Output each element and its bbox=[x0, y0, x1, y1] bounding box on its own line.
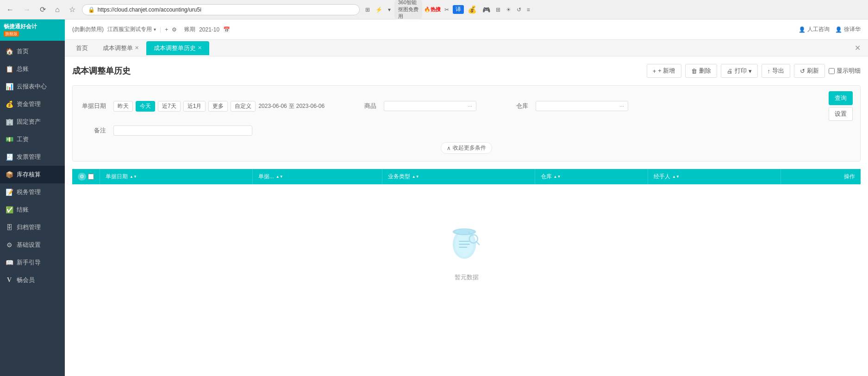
th-action-label: 操作 bbox=[844, 173, 855, 180]
payroll-icon: 💵 bbox=[6, 136, 13, 143]
sidebar-item-guide[interactable]: 📖 新手引导 bbox=[0, 254, 65, 271]
settings-company-icon[interactable]: ⚙ bbox=[172, 26, 177, 33]
add-company-icon[interactable]: + bbox=[165, 26, 168, 33]
filter-row-1: 单据日期 昨天 今天 近7天 近1月 更多 自定义 2023-06-06 至 2… bbox=[80, 91, 853, 121]
sort-arrows-biz: ▲▼ bbox=[412, 175, 419, 179]
logo-text: 畅捷通好会计 bbox=[4, 23, 37, 30]
collapse-button[interactable]: ∧ 收起更多条件 bbox=[441, 142, 492, 154]
menu-button[interactable]: ≡ bbox=[525, 6, 532, 14]
sidebar-item-label: 首页 bbox=[17, 47, 29, 56]
wallet-button[interactable]: 💰 bbox=[466, 4, 479, 15]
browser-chrome: ← → ⟳ ⌂ ☆ 🔒 https://cloud.chanjet.com/ac… bbox=[0, 0, 868, 19]
tab-home[interactable]: 首页 bbox=[69, 41, 95, 55]
th-warehouse-label: 仓库 bbox=[541, 173, 552, 181]
warehouse-filter-label: 仓库 bbox=[502, 102, 528, 110]
print-button[interactable]: 🖨 打印 ▾ bbox=[721, 64, 758, 78]
sidebar-nav: 🏠 首页 📋 总账 📊 云报表中心 💰 资金管理 🏢 固定资产 💵 工资 bbox=[0, 41, 65, 376]
logo-badge: 旗舰版 bbox=[4, 31, 19, 37]
address-bar[interactable]: 🔒 https://cloud.chanjet.com/accounting/u… bbox=[82, 4, 360, 15]
th-warehouse[interactable]: 仓库 ▲▼ bbox=[535, 169, 648, 184]
browser-tools: ⊞ ⚡ ▾ 360智能抠图免费用 🔥热搜 ✂ 译 💰 🎮 ⊞ ☀ ↺ ≡ bbox=[363, 0, 532, 21]
delete-button[interactable]: 🗑 删除 bbox=[685, 64, 717, 78]
calendar-icon[interactable]: 📅 bbox=[223, 26, 230, 33]
date-separator: 至 bbox=[289, 102, 294, 110]
th-biz-type[interactable]: 业务类型 ▲▼ bbox=[382, 169, 535, 184]
tab-cost-history[interactable]: 成本调整单历史 ✕ bbox=[146, 41, 209, 55]
undo-button[interactable]: ↺ bbox=[515, 6, 523, 14]
today-btn[interactable]: 今天 bbox=[136, 101, 155, 112]
user-icon: 👤 bbox=[835, 26, 842, 33]
period-info: 账期 2021-10 📅 bbox=[184, 25, 230, 33]
query-button[interactable]: 查询 bbox=[829, 91, 853, 105]
tab-cost-adjust-label: 成本调整单 bbox=[103, 44, 133, 52]
export-button[interactable]: ↑ 导出 bbox=[762, 64, 791, 78]
grid-button[interactable]: ⊞ bbox=[494, 6, 502, 14]
sidebar-item-archive[interactable]: 🗄 归档管理 bbox=[0, 219, 65, 236]
table-settings-icon[interactable]: ⚙ bbox=[78, 173, 86, 181]
extensions-button[interactable]: ⊞ bbox=[363, 6, 372, 14]
sidebar-item-inventory[interactable]: 📦 库存核算 bbox=[0, 166, 65, 183]
home-button[interactable]: ⌂ bbox=[52, 5, 62, 15]
sidebar-item-assets[interactable]: 🏢 固定资产 bbox=[0, 113, 65, 131]
th-date[interactable]: 单据日期 ▲▼ bbox=[100, 169, 253, 184]
back-button[interactable]: ← bbox=[4, 5, 17, 15]
warehouse-select[interactable]: ··· bbox=[536, 101, 628, 111]
filter-settings-button[interactable]: 设置 bbox=[829, 107, 853, 121]
custom-btn[interactable]: 自定义 bbox=[231, 101, 256, 112]
tab-cost-adjust[interactable]: 成本调整单 ✕ bbox=[95, 41, 146, 55]
sidebar-item-ledger[interactable]: 📋 总账 bbox=[0, 60, 65, 78]
yesterday-btn[interactable]: 昨天 bbox=[113, 101, 133, 112]
tab-history-close-icon[interactable]: ✕ bbox=[198, 45, 202, 51]
new-button[interactable]: + + 新增 bbox=[647, 64, 681, 78]
user-service[interactable]: 👤 人工咨询 bbox=[799, 25, 830, 33]
more-date-btn[interactable]: 更多 bbox=[208, 101, 228, 112]
show-detail-checkbox[interactable]: 显示明细 bbox=[829, 67, 861, 75]
bookmark-button[interactable]: ☆ bbox=[66, 4, 78, 15]
svg-text:✦: ✦ bbox=[468, 231, 470, 235]
goods-select[interactable]: ··· bbox=[384, 101, 476, 111]
select-all-checkbox[interactable] bbox=[88, 174, 94, 180]
month-btn[interactable]: 近1月 bbox=[183, 101, 206, 112]
sidebar-item-home[interactable]: 🏠 首页 bbox=[0, 43, 65, 60]
th-settings[interactable]: ⚙ bbox=[72, 169, 100, 184]
data-table: ⚙ 单据日期 ▲▼ 单据... bbox=[72, 169, 861, 184]
forward-button[interactable]: → bbox=[20, 5, 33, 15]
sidebar-item-invoice[interactable]: 🧾 发票管理 bbox=[0, 148, 65, 166]
sidebar-item-label: 发票管理 bbox=[17, 153, 41, 161]
th-handler[interactable]: 经手人 ▲▼ bbox=[648, 169, 781, 184]
export-icon: ↑ bbox=[768, 68, 771, 75]
dropdown-button[interactable]: ▾ bbox=[386, 6, 393, 14]
goods-more-btn[interactable]: ··· bbox=[468, 103, 472, 109]
remark-input[interactable] bbox=[113, 125, 252, 136]
game-button[interactable]: 🎮 bbox=[481, 5, 492, 14]
sidebar-item-label: 固定资产 bbox=[17, 118, 41, 126]
export-label: 导出 bbox=[772, 67, 784, 75]
sidebar-item-report[interactable]: 📊 云报表中心 bbox=[0, 78, 65, 95]
show-detail-input[interactable] bbox=[829, 68, 835, 74]
refresh-button[interactable]: ↺ 刷新 bbox=[794, 64, 825, 78]
th-doc[interactable]: 单据... ▲▼ bbox=[252, 169, 382, 184]
scissors-button[interactable]: ✂ bbox=[443, 6, 451, 14]
user-account[interactable]: 👤 徐译华 bbox=[835, 25, 861, 33]
sidebar-item-settings[interactable]: ⚙ 基础设置 bbox=[0, 236, 65, 254]
sidebar-item-label: 畅会员 bbox=[17, 276, 35, 284]
collapse-row: ∧ 收起更多条件 bbox=[80, 140, 853, 156]
new-label: + 新增 bbox=[658, 67, 675, 75]
sidebar-item-tax[interactable]: 📝 税务管理 bbox=[0, 183, 65, 201]
company-selector[interactable]: (勿删勿禁用) 江西服宝测试专用 ▾ | + ⚙ bbox=[72, 25, 177, 33]
filter-row-2: 备注 bbox=[80, 125, 853, 136]
brightness-button[interactable]: ☀ bbox=[504, 6, 513, 14]
week-btn[interactable]: 近7天 bbox=[158, 101, 181, 112]
tab-close-icon[interactable]: ✕ bbox=[135, 45, 139, 51]
assets-icon: 🏢 bbox=[6, 118, 13, 125]
sidebar-item-payroll[interactable]: 💵 工资 bbox=[0, 131, 65, 148]
sidebar-item-fund[interactable]: 💰 资金管理 bbox=[0, 95, 65, 113]
sidebar-item-vip[interactable]: V 畅会员 bbox=[0, 271, 65, 289]
main-close-button[interactable]: ✕ bbox=[851, 42, 864, 54]
warehouse-more-btn[interactable]: ··· bbox=[619, 103, 624, 109]
lightning-button[interactable]: ⚡ bbox=[374, 6, 384, 14]
reload-button[interactable]: ⟳ bbox=[37, 4, 49, 15]
translate-button[interactable]: 译 bbox=[453, 5, 464, 14]
th-doc-label: 单据... bbox=[258, 173, 274, 181]
sidebar-item-closing[interactable]: ✅ 结账 bbox=[0, 201, 65, 219]
